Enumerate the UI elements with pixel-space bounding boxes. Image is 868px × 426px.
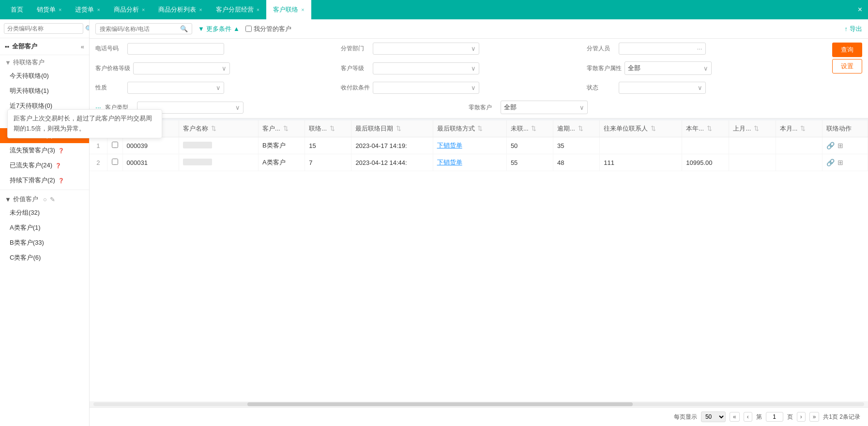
- more-conditions-button[interactable]: ▼ 更多条件 ▲: [198, 25, 240, 33]
- th-contact-person-label: 往来单位联系人: [604, 125, 648, 132]
- retail-customer-select[interactable]: 全部 ∨: [501, 101, 588, 114]
- filter-row-3: 性质 ∨ 收付款条件 ∨: [95, 82, 828, 94]
- content-area: 🔍 ▼ 更多条件 ▲ 我分管的客户 ↑ 导出: [90, 19, 868, 426]
- dept-select[interactable]: ∨: [373, 43, 479, 55]
- phone-input[interactable]: [127, 43, 224, 55]
- first-page-button[interactable]: «: [730, 412, 740, 422]
- retail-attr-select[interactable]: 全部 ∨: [624, 61, 712, 75]
- b-class-label: B类客户(33): [10, 239, 44, 246]
- sidebar-item-loss-warning[interactable]: 流失预警客户(3) ❓: [0, 143, 89, 158]
- th-action: 联络动作: [822, 120, 868, 137]
- nav-product-list-close[interactable]: ×: [199, 7, 202, 13]
- sidebar-item-c-class[interactable]: C类客户(6): [0, 250, 89, 265]
- sort-date-icon: ⇅: [396, 125, 401, 132]
- scrollbar-thumb[interactable]: [247, 402, 633, 406]
- nav-product-analysis[interactable]: 商品分析 ×: [107, 0, 152, 19]
- last-page-button[interactable]: »: [809, 412, 820, 422]
- th-contact-person[interactable]: 往来单位联系人 ⇅: [600, 120, 682, 137]
- nav-product-analysis-list[interactable]: 商品分析列表 ×: [152, 0, 209, 19]
- page-number-input[interactable]: [766, 412, 783, 422]
- sidebar-item-already-lost[interactable]: 已流失客户(24) ❓: [0, 158, 89, 173]
- th-current-month[interactable]: 本月... ⇅: [776, 120, 822, 137]
- row-1-method-link[interactable]: 下销货单: [437, 142, 462, 149]
- th-last-contact-method[interactable]: 最后联络方式 ⇅: [433, 120, 506, 137]
- th-name[interactable]: 客户名称 ⇅: [179, 120, 259, 137]
- my-customers-check[interactable]: [245, 26, 252, 32]
- row-2-uncontacted: 55: [506, 154, 553, 171]
- sort-person-icon: ⇅: [651, 125, 656, 132]
- export-button[interactable]: ↑ 导出: [845, 25, 863, 33]
- row-1-grid-icon[interactable]: ⊞: [838, 142, 843, 149]
- sidebar-item-b-class[interactable]: B类客户(33): [0, 235, 89, 250]
- th-last-month[interactable]: 上月... ⇅: [729, 120, 776, 137]
- th-contact-count[interactable]: 联络... ⇅: [305, 120, 351, 137]
- nav-customer-tier-close[interactable]: ×: [257, 7, 259, 13]
- status-select[interactable]: ∨: [619, 82, 706, 94]
- row-1-check[interactable]: [112, 142, 118, 148]
- query-button[interactable]: 查询: [832, 43, 862, 57]
- total-records-label: 共1页 2条记录: [823, 413, 860, 421]
- filter-dept: 分管部门 ∨: [341, 43, 582, 55]
- row-1-last-method[interactable]: 下销货单: [433, 137, 506, 154]
- sidebar-search-input[interactable]: [4, 23, 83, 34]
- nav-home[interactable]: 首页: [4, 0, 30, 19]
- row-2-last-method[interactable]: 下销货单: [433, 154, 506, 171]
- nav-sales-close[interactable]: ×: [59, 7, 61, 13]
- sidebar-item-declining[interactable]: 持续下滑客户(2) ❓: [0, 173, 89, 188]
- row-2-last-month: [729, 154, 776, 171]
- nav-purchase-label: 进货单: [75, 5, 94, 14]
- row-2-grid-icon[interactable]: ⊞: [838, 159, 843, 166]
- th-method-label: 最后联络方式: [437, 125, 475, 132]
- table-footer: 每页显示 50 20 100 « ‹ 第 页 › » 共1页 2条记录: [90, 407, 868, 426]
- th-overdue[interactable]: 逾期... ⇅: [553, 120, 600, 137]
- nav-sales-order[interactable]: 销货单 ×: [30, 0, 68, 19]
- sidebar-all-customers-header[interactable]: ▪▪ 全部客户 «: [0, 38, 89, 55]
- nav-product-list-label: 商品分析列表: [158, 5, 196, 14]
- nav-purchase-order[interactable]: 进货单 ×: [68, 0, 107, 19]
- prev-page-button[interactable]: ‹: [744, 412, 752, 422]
- nav-customer-contact[interactable]: 客户联络 ×: [266, 0, 311, 19]
- close-window-button[interactable]: ×: [858, 5, 862, 14]
- value-group-settings-icon[interactable]: ✎: [50, 196, 55, 203]
- nav-customer-tier[interactable]: 客户分层经营 ×: [209, 0, 266, 19]
- value-group-edit-icon[interactable]: ○: [43, 196, 47, 203]
- sidebar-item-ungrouped[interactable]: 未分组(32): [0, 206, 89, 220]
- search-input[interactable]: [100, 26, 177, 32]
- sidebar-collapse-button[interactable]: «: [81, 43, 84, 50]
- sidebar-item-tomorrow-pending[interactable]: 明天待联络(1): [0, 84, 89, 99]
- page-size-select[interactable]: 50 20 100: [701, 411, 726, 422]
- customer-level-select[interactable]: ∨: [373, 62, 479, 74]
- nav-home-label: 首页: [11, 5, 23, 14]
- sidebar-search-icon[interactable]: 🔍: [85, 25, 90, 32]
- th-uncontacted[interactable]: 未联... ⇅: [506, 120, 553, 137]
- search-icon[interactable]: 🔍: [180, 25, 188, 32]
- main-layout: 🔍 ▪▪ 全部客户 « ▼ 待联络客户 今天待联络(0) 明天待联络(1) 近7…: [0, 19, 868, 426]
- settings-button[interactable]: 设置: [832, 59, 862, 73]
- th-current-year[interactable]: 本年... ⇅: [682, 120, 729, 137]
- payment-select[interactable]: ∨: [373, 82, 479, 94]
- sidebar-item-a-class[interactable]: A类客户(1): [0, 220, 89, 235]
- export-label: 导出: [850, 25, 862, 33]
- my-customers-checkbox[interactable]: 我分管的客户: [245, 25, 291, 33]
- th-type[interactable]: 客户... ⇅: [259, 120, 305, 137]
- nav-customer-contact-close[interactable]: ×: [301, 7, 304, 13]
- row-2-method-link[interactable]: 下销货单: [437, 159, 462, 166]
- th-current-year-label: 本年...: [686, 125, 704, 132]
- row-1-num: 1: [90, 137, 107, 154]
- person-select[interactable]: ···: [619, 43, 706, 55]
- nav-product-analysis-close[interactable]: ×: [142, 7, 145, 13]
- next-page-button[interactable]: ›: [797, 412, 806, 422]
- row-2-link-icon[interactable]: 🔗: [826, 159, 835, 166]
- nature-select[interactable]: ∨: [127, 82, 224, 94]
- table-body: 1 000039 B类客户 15 2023-04-17 14:19: 下销货单: [90, 137, 868, 171]
- price-level-select[interactable]: ∨: [133, 62, 230, 74]
- th-name-label: 客户名称: [183, 125, 208, 132]
- nav-purchase-close[interactable]: ×: [97, 7, 100, 13]
- page-label: 第: [756, 413, 762, 421]
- horizontal-scrollbar[interactable]: [90, 401, 868, 407]
- row-1-link-icon[interactable]: 🔗: [826, 142, 835, 149]
- tomorrow-pending-label: 明天待联络(1): [10, 87, 49, 94]
- sidebar-item-today-pending[interactable]: 今天待联络(0): [0, 69, 89, 84]
- row-2-check[interactable]: [112, 159, 118, 165]
- th-last-contact-date[interactable]: 最后联络日期 ⇅: [351, 120, 433, 137]
